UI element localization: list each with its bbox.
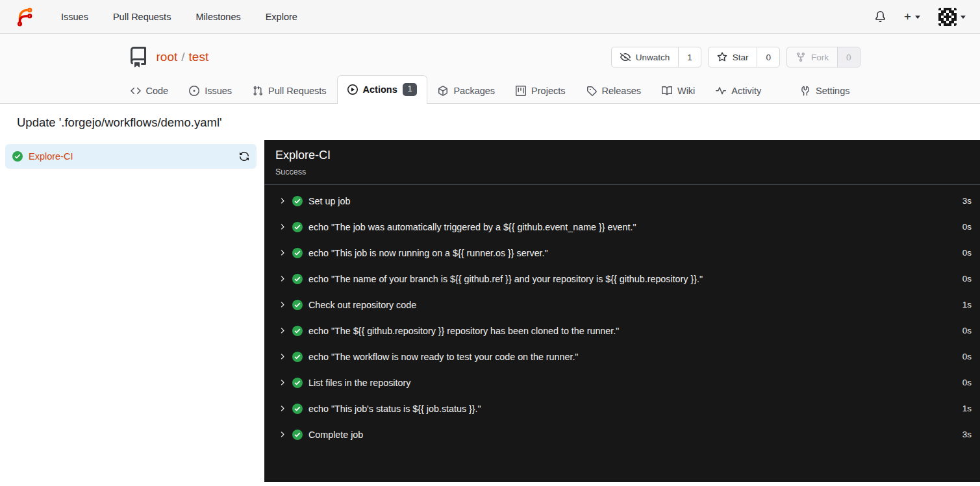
nav-item-explore[interactable]: Explore: [253, 12, 310, 22]
forgejo-logo-icon[interactable]: [14, 6, 34, 27]
repo-header: root / test Unwatch 1 Star 0: [0, 34, 980, 104]
chevron-down-icon: [961, 16, 966, 19]
chevron-right-icon[interactable]: [278, 378, 286, 387]
job-item-explore-ci[interactable]: Explore-CI: [5, 144, 257, 169]
check-circle-icon: [292, 196, 303, 206]
step-duration: 0s: [962, 248, 972, 258]
step-row[interactable]: echo "This job's status is ${{ job.statu…: [264, 396, 980, 422]
step-name: echo "This job is now running on a ${{ r…: [308, 248, 548, 258]
step-duration: 1s: [962, 404, 972, 413]
check-circle-icon: [12, 151, 23, 162]
package-icon: [438, 86, 448, 96]
step-row[interactable]: echo "The ${{ github.repository }} repos…: [264, 318, 980, 344]
check-circle-icon: [292, 274, 303, 284]
repo-name-link[interactable]: test: [189, 50, 209, 64]
watch-count[interactable]: 1: [678, 47, 701, 67]
fork-button: Fork 0: [786, 47, 861, 67]
tools-icon: [800, 86, 810, 96]
book-open-icon: [662, 86, 672, 96]
top-navbar: Issues Pull Requests Milestones Explore …: [0, 0, 980, 34]
step-name: echo "The workflow is now ready to test …: [308, 352, 578, 362]
code-icon: [131, 86, 141, 96]
step-row[interactable]: Set up job 3s: [264, 188, 980, 214]
chevron-right-icon[interactable]: [278, 197, 286, 205]
job-list-sidebar: Explore-CI: [0, 140, 264, 482]
tab-settings[interactable]: Settings: [790, 78, 860, 103]
check-circle-icon: [292, 300, 303, 310]
check-circle-icon: [292, 326, 303, 336]
tab-releases[interactable]: Releases: [576, 78, 651, 103]
check-circle-icon: [292, 248, 303, 258]
unwatch-button[interactable]: Unwatch 1: [611, 47, 701, 67]
job-log-title: Explore-CI: [275, 149, 969, 162]
step-duration: 0s: [962, 326, 972, 335]
tab-actions[interactable]: Actions 1: [337, 75, 428, 104]
step-row[interactable]: List files in the repository 0s: [264, 370, 980, 396]
nav-item-milestones[interactable]: Milestones: [183, 12, 253, 22]
tab-packages[interactable]: Packages: [427, 78, 505, 103]
tab-wiki[interactable]: Wiki: [651, 78, 705, 103]
repo-owner-link[interactable]: root: [157, 50, 178, 64]
step-row[interactable]: Complete job 3s: [264, 422, 980, 448]
actions-count-badge: 1: [403, 83, 418, 96]
tab-pull-requests[interactable]: Pull Requests: [242, 78, 336, 103]
run-title: Update '.forgejo/workflows/demo.yaml': [0, 104, 980, 140]
step-name: List files in the repository: [308, 378, 410, 388]
chevron-right-icon[interactable]: [278, 430, 286, 439]
nav-item-issues[interactable]: Issues: [49, 12, 101, 22]
step-row[interactable]: echo "The job was automatically triggere…: [264, 214, 980, 240]
pull-request-icon: [253, 86, 263, 96]
job-log-header: Explore-CI Success: [264, 140, 980, 185]
issue-icon: [189, 86, 199, 96]
check-circle-icon: [292, 378, 303, 388]
chevron-right-icon[interactable]: [278, 326, 286, 335]
step-row[interactable]: echo "The name of your branch is ${{ git…: [264, 266, 980, 292]
tag-icon: [586, 86, 597, 96]
step-name: echo "This job's status is ${{ job.statu…: [308, 404, 481, 414]
step-row[interactable]: Check out repository code 1s: [264, 292, 980, 318]
step-list: Set up job 3s echo "The job was automati…: [264, 185, 980, 448]
chevron-right-icon[interactable]: [278, 404, 286, 413]
tab-issues[interactable]: Issues: [179, 78, 242, 103]
step-name: echo "The job was automatically triggere…: [308, 222, 636, 232]
project-board-icon: [516, 86, 526, 96]
step-row[interactable]: echo "The workflow is now ready to test …: [264, 344, 980, 370]
chevron-down-icon: [915, 16, 920, 19]
chevron-right-icon[interactable]: [278, 300, 286, 309]
check-circle-icon: [292, 222, 303, 232]
refresh-icon[interactable]: [239, 151, 249, 162]
step-duration: 0s: [962, 352, 972, 361]
tab-activity[interactable]: Activity: [705, 78, 772, 103]
nav-item-pull-requests[interactable]: Pull Requests: [101, 12, 183, 22]
actions-run-view: Update '.forgejo/workflows/demo.yaml' Ex…: [0, 104, 980, 482]
step-row[interactable]: echo "This job is now running on a ${{ r…: [264, 240, 980, 266]
step-duration: 3s: [962, 430, 972, 439]
repo-book-icon: [128, 47, 149, 67]
navbar-right: +: [875, 8, 966, 26]
step-duration: 3s: [962, 196, 972, 206]
pulse-icon: [716, 86, 726, 96]
star-count[interactable]: 0: [757, 47, 779, 67]
fork-label: Fork: [811, 53, 829, 62]
tab-code[interactable]: Code: [120, 78, 179, 103]
star-button[interactable]: Star 0: [708, 47, 780, 67]
git-fork-icon: [796, 52, 806, 62]
job-log-panel: Explore-CI Success Set up job 3s echo "T…: [264, 140, 980, 482]
user-menu[interactable]: [938, 8, 966, 26]
notifications-bell-icon[interactable]: [875, 11, 886, 22]
plus-icon: +: [904, 10, 911, 23]
check-circle-icon: [292, 404, 303, 414]
star-icon: [717, 52, 727, 62]
step-name: Complete job: [308, 430, 363, 440]
tab-projects[interactable]: Projects: [505, 78, 575, 103]
chevron-right-icon[interactable]: [278, 249, 286, 257]
chevron-right-icon[interactable]: [278, 274, 286, 283]
eye-slash-icon: [620, 52, 631, 62]
step-duration: 0s: [962, 378, 972, 387]
step-name: Check out repository code: [308, 300, 416, 310]
chevron-right-icon[interactable]: [278, 352, 286, 361]
create-new-menu[interactable]: +: [904, 10, 920, 23]
chevron-right-icon[interactable]: [278, 223, 286, 231]
avatar: [938, 8, 957, 26]
play-circle-icon: [347, 84, 358, 95]
